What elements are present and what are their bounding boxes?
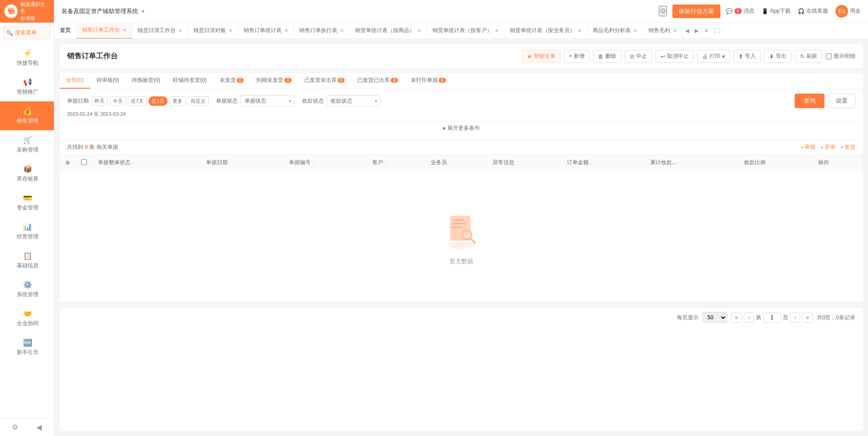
tab-fullscreen-button[interactable]: ⛶	[711, 28, 722, 34]
select-all-checkbox[interactable]	[81, 159, 87, 165]
set-button[interactable]: 设置	[828, 94, 855, 108]
col-collected[interactable]: 累计收款... ↕	[645, 155, 739, 171]
cancel-suspend-button[interactable]: ↩ 取消中止	[656, 50, 694, 63]
payment-select[interactable]: 收款状态	[326, 95, 381, 106]
refresh-button[interactable]: ↻ 刷新	[795, 50, 822, 63]
sidebar-item-inventory[interactable]: 📦 库存核算	[0, 159, 54, 188]
cancel-review-action-btn[interactable]: 弃审	[821, 143, 835, 151]
col-number[interactable]: 单据编号 ↕	[283, 155, 367, 171]
search-menu-button[interactable]: 🔍 搜索菜单	[4, 26, 50, 39]
expand-icon: ▾	[443, 125, 446, 132]
date-1month-btn[interactable]: 近1月	[149, 96, 168, 106]
export-button[interactable]: ⬇ 导出	[764, 50, 791, 63]
tab-close-profit[interactable]: ✕	[673, 28, 676, 33]
tab-sales-product[interactable]: 销货单统计表（按商品） ✕	[350, 23, 427, 39]
sidebar-collapse-button[interactable]: ◀	[29, 423, 50, 431]
tab-sales-exec[interactable]: 销售订单执行表 ✕	[294, 23, 350, 39]
tab-margin-analysis[interactable]: 商品毛利分析表 ✕	[587, 23, 643, 39]
filter-tab-wangpu-ship[interactable]: 旺铺待发货(0)	[167, 73, 213, 89]
print-button[interactable]: 🖨 打印 ▾	[697, 50, 730, 63]
date-7days-btn[interactable]: 近7天	[128, 96, 147, 106]
expand-btn[interactable]: ▾ 展开更多条件	[67, 121, 855, 135]
status-select[interactable]: 单据状态	[240, 95, 295, 106]
tab-close-cash-reconcile[interactable]: ✕	[229, 28, 232, 33]
filter-tab-shipped-out[interactable]: 已发货已出库0	[351, 73, 404, 89]
sidebar-item-finance[interactable]: 💳 资金管理	[0, 188, 54, 217]
tab-close-margin[interactable]: ✕	[633, 28, 637, 33]
sidebar-item-operation[interactable]: 📊 经营管理	[0, 217, 54, 246]
first-page-btn[interactable]: «	[731, 313, 742, 322]
delete-button[interactable]: 🗑 删除	[593, 50, 621, 63]
col-staff[interactable]: 业务员	[425, 155, 487, 171]
date-yesterday-btn[interactable]: 昨天	[91, 96, 108, 106]
sidebar-item-system[interactable]: ⚙️ 系统管理	[0, 275, 54, 304]
tab-close-sales-workbench[interactable]: ✕	[123, 28, 126, 33]
ship-action-btn[interactable]: 发货	[841, 143, 855, 151]
user-menu-button[interactable]: Ea 用友	[835, 5, 861, 18]
tab-close-sales-product[interactable]: ✕	[417, 28, 421, 33]
col-amount[interactable]: 订单金额 ↕	[561, 155, 645, 171]
content-area: 销售订单工作台 ★ 智能生单 + 新增 🗑 删除 ⊘ 中止 ↩	[54, 39, 868, 436]
sidebar-item-quicknav[interactable]: ⚡ 快捷导航	[0, 43, 54, 72]
inventory-icon: 📦	[23, 165, 32, 173]
filter-tab-unshipped[interactable]: 未发货0	[213, 73, 250, 89]
solution-button[interactable]: 体验行业方案	[672, 5, 720, 18]
review-action-btn[interactable]: 审核	[801, 143, 815, 151]
tab-close-sales-customer[interactable]: ✕	[495, 28, 499, 33]
col-status[interactable]: 单据整体状态 ↕	[92, 155, 201, 171]
tab-sales-customer[interactable]: 销货单统计表（按客户） ✕	[427, 23, 504, 39]
app-download-button[interactable]: 📱 App下载	[762, 7, 791, 15]
online-service-button[interactable]: 🎧 在线客服	[798, 7, 828, 15]
prev-page-btn[interactable]: ‹	[744, 313, 754, 322]
show-detail-checkbox[interactable]	[826, 53, 832, 59]
smart-create-button[interactable]: ★ 智能生单	[522, 50, 561, 63]
tab-close-sales-staff[interactable]: ✕	[578, 28, 581, 33]
sidebar-item-guide[interactable]: 🆕 新手引导	[0, 333, 54, 362]
show-detail-label[interactable]: 显示明细	[826, 52, 855, 60]
sidebar-item-basicinfo[interactable]: 📋 基础信息	[0, 246, 54, 275]
tab-sales-stats[interactable]: 销售订单统计表 ✕	[238, 23, 294, 39]
col-date[interactable]: 单据日期 ↕	[201, 155, 284, 171]
topbar-settings-button[interactable]: ⚙	[659, 6, 667, 16]
filter-tab-shipped-not-out[interactable]: 已发货未出库0	[298, 73, 351, 89]
col-settings[interactable]: ⚙	[60, 155, 76, 171]
filter-tab-pending-review[interactable]: 待审核(0)	[90, 73, 126, 89]
next-page-btn[interactable]: ›	[790, 313, 800, 322]
tab-home[interactable]: 首页	[54, 23, 77, 39]
per-page-select[interactable]: 50 10 20 100	[702, 312, 727, 323]
tab-sales-workbench[interactable]: 销售订单工作台 ✕	[77, 23, 132, 39]
query-button[interactable]: 查询	[795, 94, 825, 108]
filter-tab-all[interactable]: 全部(0)	[60, 73, 90, 89]
date-today-btn[interactable]: 今天	[110, 96, 126, 106]
tab-close-sales-stats[interactable]: ✕	[284, 28, 288, 33]
sidebar-settings-button[interactable]: ⚙	[5, 423, 25, 431]
page-input[interactable]	[763, 313, 781, 322]
new-button[interactable]: + 新增	[564, 50, 590, 63]
import-button[interactable]: ⬆ 导入	[734, 50, 761, 63]
filter-tab-unprinted[interactable]: 未打印单据0	[404, 73, 452, 89]
filter-tab-pending-inspect[interactable]: 待拣验货(0)	[125, 73, 167, 89]
suspend-button[interactable]: ⊘ 中止	[625, 50, 652, 63]
col-abnormal: 异常信息	[487, 155, 562, 171]
tab-cash-daily[interactable]: 钱货日清工作台 ✕	[132, 23, 188, 39]
date-more-btn[interactable]: 更多	[169, 96, 186, 106]
last-page-btn[interactable]: »	[802, 313, 813, 322]
date-custom-btn[interactable]: 自定义	[187, 96, 209, 106]
tab-close-sales-exec[interactable]: ✕	[340, 28, 344, 33]
tab-next-button[interactable]: ▶	[692, 28, 701, 34]
sidebar-item-coop[interactable]: 🤝 企业协同	[0, 304, 54, 333]
sidebar-item-marketing[interactable]: 📢 营销推广	[0, 72, 54, 101]
horizontal-scrollbar[interactable]	[60, 302, 863, 307]
filter-tab-expired-ship[interactable]: 到期未发货0	[250, 73, 298, 89]
tab-sales-profit[interactable]: 销售毛利 ✕	[643, 23, 682, 39]
tab-sales-staff[interactable]: 销货单统计表（按业务员） ✕	[504, 23, 587, 39]
message-button[interactable]: 💬 6 消息	[726, 7, 754, 15]
col-customer[interactable]: 客户 ↕	[367, 155, 425, 171]
sidebar-item-purchase[interactable]: 🛒 采购管理	[0, 130, 54, 159]
sidebar-item-sales[interactable]: 💰 销售管理	[0, 101, 54, 130]
tab-prev-button[interactable]: ◀	[682, 28, 692, 34]
tab-cash-reconcile[interactable]: 钱货日清对账 ✕	[188, 23, 238, 39]
tab-close-cash-daily[interactable]: ✕	[178, 28, 182, 33]
phone-icon: 📱	[762, 8, 768, 14]
tab-close-all-button[interactable]: ✕	[701, 28, 711, 34]
